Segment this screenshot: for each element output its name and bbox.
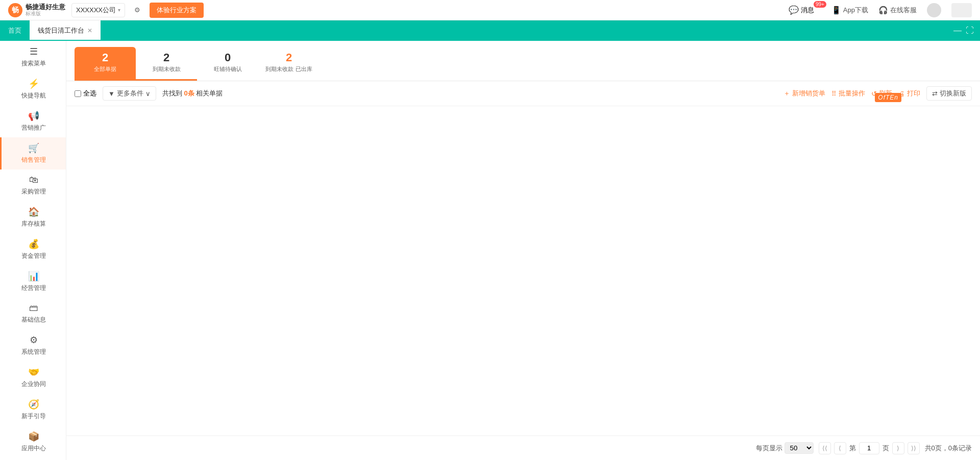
maximize-icon[interactable]: ⛶ bbox=[966, 26, 974, 35]
sidebar-label-6: 资金管理 bbox=[21, 252, 46, 260]
tab-home[interactable]: 首页 bbox=[0, 20, 30, 41]
top-bar-left: 畅 畅捷通好生意 标准版 XXXXXX公司 ▾ ⚙ 体验行业方案 bbox=[8, 3, 204, 18]
filter-icon: ▼ bbox=[108, 90, 115, 98]
content-area: 2全部单据2到期未收款0旺辅待确认2到期未收款 已出库 全选 ▼ 更多条件 ∨ … bbox=[66, 41, 980, 460]
filter-label: 更多条件 bbox=[117, 89, 143, 98]
found-count: 0条 bbox=[184, 89, 194, 97]
chevron-icon: ∨ bbox=[145, 90, 151, 98]
batch-label: 批量操作 bbox=[839, 89, 865, 98]
found-text: 共找到 0条 相关单据 bbox=[162, 89, 223, 98]
stat-label-0: 全部单据 bbox=[81, 65, 130, 73]
stat-label-2: 旺辅待确认 bbox=[203, 65, 252, 73]
sidebar-item-9[interactable]: ⚙系统管理 bbox=[0, 329, 66, 361]
company-selector[interactable]: XXXXXX公司 ▾ bbox=[71, 3, 125, 17]
tab-work-desk[interactable]: 钱货日清工作台 ✕ bbox=[30, 20, 101, 41]
switch-new-version-button[interactable]: ⇄ 切换新版 bbox=[926, 86, 972, 101]
last-page-button[interactable]: ⟩⟩ bbox=[908, 442, 920, 454]
sidebar-item-2[interactable]: 📢营销推广 bbox=[0, 105, 66, 137]
stat-tab-0[interactable]: 2全部单据 bbox=[75, 47, 136, 81]
sidebar-label-11: 新手引导 bbox=[21, 412, 46, 421]
batch-operation-button[interactable]: ⠿ 批量操作 bbox=[831, 89, 865, 98]
sidebar-item-0[interactable]: ☰搜索菜单 bbox=[0, 41, 66, 73]
first-page-button[interactable]: ⟨⟨ bbox=[819, 442, 831, 454]
filter-button[interactable]: ▼ 更多条件 ∨ bbox=[103, 86, 156, 101]
settings-icon[interactable]: ⚙ bbox=[131, 4, 143, 16]
sidebar-label-4: 采购管理 bbox=[21, 187, 46, 196]
select-all-label: 全选 bbox=[83, 89, 96, 98]
stat-num-2: 0 bbox=[203, 51, 252, 64]
message-area[interactable]: 💬 消息 99+ bbox=[789, 5, 821, 15]
sidebar-label-0: 搜索菜单 bbox=[21, 59, 46, 68]
sidebar-item-10[interactable]: 🤝企业协同 bbox=[0, 361, 66, 394]
per-page-select[interactable]: 50 100 200 bbox=[785, 442, 814, 454]
sidebar-item-12[interactable]: 📦应用中心 bbox=[0, 426, 66, 458]
phone-icon: 📱 bbox=[831, 6, 841, 15]
stat-num-0: 2 bbox=[81, 51, 130, 64]
top-bar-right: 💬 消息 99+ 📱 App下载 🎧 在线客服 bbox=[789, 3, 972, 17]
app-download[interactable]: 📱 App下载 bbox=[831, 6, 868, 15]
sidebar-item-5[interactable]: 🏠库存核算 bbox=[0, 201, 66, 233]
tab-bar: 首页 钱货日清工作台 ✕ — ⛶ bbox=[0, 20, 980, 41]
sidebar-item-4[interactable]: 🛍采购管理 bbox=[0, 170, 66, 201]
sidebar-icon-1: ⚡ bbox=[28, 78, 39, 89]
page-input[interactable] bbox=[859, 442, 879, 454]
stat-tab-2[interactable]: 0旺辅待确认 bbox=[197, 47, 258, 81]
app-download-label: App下载 bbox=[843, 6, 868, 15]
pagination: 每页显示 50 100 200 ⟨⟨ ⟨ 第 页 ⟩ ⟩⟩ 共0页，0条记录 bbox=[66, 435, 980, 460]
username-area[interactable] bbox=[951, 3, 972, 17]
sidebar-item-7[interactable]: 📊经营管理 bbox=[0, 265, 66, 298]
sidebar-label-1: 快捷导航 bbox=[21, 91, 46, 100]
prev-page-button[interactable]: ⟨ bbox=[834, 442, 846, 454]
sidebar-label-8: 基础信息 bbox=[21, 316, 46, 324]
stat-label-3: 到期未收款 已出库 bbox=[264, 65, 313, 73]
batch-icon: ⠿ bbox=[831, 90, 837, 98]
page-suffix: 页 bbox=[883, 444, 889, 453]
sidebar-label-10: 企业协同 bbox=[21, 380, 46, 389]
chevron-down-icon: ▾ bbox=[118, 7, 120, 13]
sidebar-label-2: 营销推广 bbox=[21, 124, 46, 132]
checkbox-input[interactable] bbox=[75, 90, 81, 97]
sidebar-icon-2: 📢 bbox=[28, 110, 39, 122]
sidebar-item-3[interactable]: 🛒销售管理 bbox=[0, 137, 66, 170]
minimize-icon[interactable]: — bbox=[953, 26, 962, 35]
sidebar-item-8[interactable]: 🗃基础信息 bbox=[0, 298, 66, 329]
sidebar-icon-12: 📦 bbox=[28, 431, 39, 442]
stat-tab-1[interactable]: 2到期未收款 bbox=[136, 47, 197, 81]
stat-tab-3[interactable]: 2到期未收款 已出库 bbox=[258, 47, 320, 81]
message-label: 消息 bbox=[801, 6, 814, 15]
stats-tabs: 2全部单据2到期未收款0旺辅待确认2到期未收款 已出库 bbox=[66, 41, 980, 81]
sidebar-item-6[interactable]: 💰资金管理 bbox=[0, 233, 66, 265]
stat-label-1: 到期未收款 bbox=[142, 65, 191, 73]
tab-home-label: 首页 bbox=[8, 26, 21, 35]
sidebar-item-1[interactable]: ⚡快捷导航 bbox=[0, 73, 66, 105]
online-service[interactable]: 🎧 在线客服 bbox=[878, 6, 917, 15]
print-button[interactable]: 🖨 打印 bbox=[898, 89, 920, 98]
often-badge: OfTEn bbox=[875, 93, 901, 102]
table-area bbox=[66, 106, 980, 435]
select-all-checkbox[interactable]: 全选 bbox=[75, 89, 96, 98]
sidebar-icon-6: 💰 bbox=[28, 238, 39, 250]
message-badge: 99+ bbox=[814, 1, 826, 8]
sidebar-icon-0: ☰ bbox=[30, 46, 38, 57]
tab-close-icon[interactable]: ✕ bbox=[87, 27, 92, 34]
sidebar-item-11[interactable]: 🧭新手引导 bbox=[0, 394, 66, 426]
company-name: XXXXXX公司 bbox=[76, 6, 116, 15]
next-page-button[interactable]: ⟩ bbox=[892, 442, 904, 454]
experience-button[interactable]: 体验行业方案 bbox=[150, 3, 204, 18]
total-info: 共0页，0条记录 bbox=[925, 444, 972, 453]
sidebar-icon-5: 🏠 bbox=[28, 206, 39, 217]
avatar[interactable] bbox=[927, 3, 941, 17]
switch-icon: ⇄ bbox=[932, 90, 938, 98]
sidebar-label-9: 系统管理 bbox=[21, 348, 46, 356]
sidebar-item-13[interactable]: 💬企业微信 bbox=[0, 458, 66, 460]
plus-icon: ＋ bbox=[783, 89, 790, 98]
tab-work-desk-label: 钱货日清工作台 bbox=[38, 26, 84, 35]
logo-icon: 畅 bbox=[8, 3, 22, 17]
app-title: 畅捷通好生意 bbox=[26, 3, 65, 11]
sidebar-icon-9: ⚙ bbox=[30, 334, 38, 346]
sidebar-icon-4: 🛍 bbox=[29, 175, 38, 185]
online-service-label: 在线客服 bbox=[890, 6, 917, 15]
per-page-label: 每页显示 bbox=[756, 444, 782, 453]
add-sales-order-button[interactable]: ＋ 新增销货单 bbox=[783, 89, 825, 98]
sidebar-icon-7: 📊 bbox=[28, 271, 39, 282]
